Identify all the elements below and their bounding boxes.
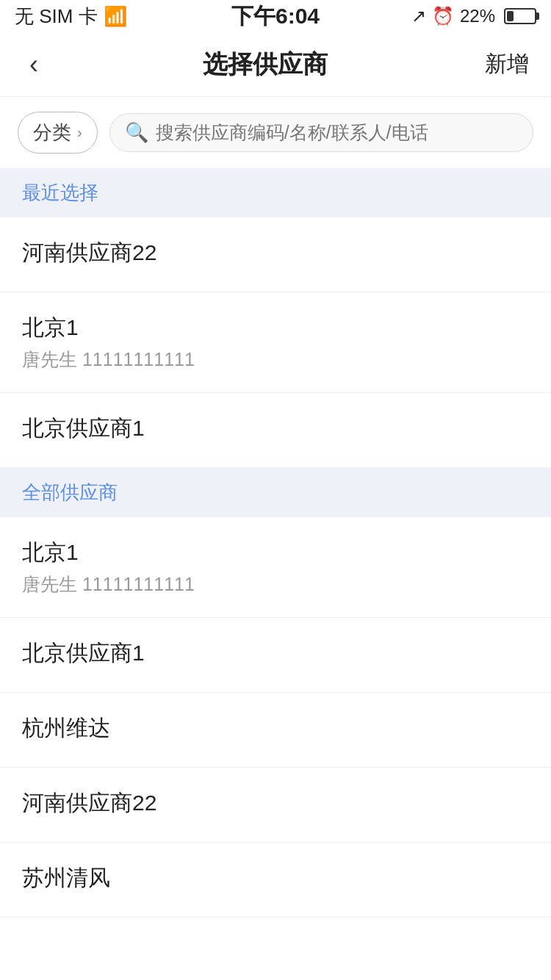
list-item[interactable]: 北京1唐先生 11111111111 (0, 517, 551, 618)
item-sub: 唐先生 11111111111 (22, 347, 529, 372)
all-list: 北京1唐先生 11111111111北京供应商1杭州维达河南供应商22苏州清风 (0, 517, 551, 918)
search-input[interactable] (156, 122, 518, 143)
filter-bar: 分类 › 🔍 (0, 97, 551, 168)
wifi-icon: 📶 (104, 5, 127, 28)
list-item[interactable]: 河南供应商22 (0, 768, 551, 843)
item-name: 北京供应商1 (22, 638, 529, 669)
recent-list: 河南供应商22北京1唐先生 11111111111北京供应商1 (0, 217, 551, 468)
list-item[interactable]: 苏州清风 (0, 843, 551, 918)
search-icon: 🔍 (125, 121, 148, 144)
item-name: 北京1 (22, 538, 529, 568)
battery-percent: 22% (460, 6, 495, 26)
category-button[interactable]: 分类 › (18, 112, 98, 154)
list-item[interactable]: 北京供应商1 (0, 618, 551, 693)
item-name: 河南供应商22 (22, 238, 529, 268)
list-item[interactable]: 北京供应商1 (0, 393, 551, 468)
all-section-header: 全部供应商 (0, 468, 551, 517)
item-name: 北京供应商1 (22, 414, 529, 444)
status-right: ↗ ⏰ 22% (411, 6, 536, 26)
chevron-icon: › (77, 124, 82, 141)
status-time: 下午6:04 (231, 1, 320, 32)
battery-icon (504, 8, 536, 24)
add-button[interactable]: 新增 (485, 49, 529, 79)
status-left: 无 SIM 卡 📶 (15, 4, 127, 29)
recent-section-label: 最近选择 (22, 181, 98, 203)
alarm-icon: ⏰ (432, 6, 454, 26)
sim-status: 无 SIM 卡 (15, 4, 98, 29)
list-item[interactable]: 河南供应商22 (0, 217, 551, 292)
recent-section-header: 最近选择 (0, 168, 551, 217)
status-bar: 无 SIM 卡 📶 下午6:04 ↗ ⏰ 22% (0, 0, 551, 32)
item-name: 苏州清风 (22, 863, 529, 893)
list-item[interactable]: 杭州维达 (0, 693, 551, 768)
back-button[interactable]: ‹ (22, 42, 46, 87)
search-box: 🔍 (109, 113, 533, 152)
category-label: 分类 (33, 120, 71, 145)
all-section-label: 全部供应商 (22, 481, 118, 503)
item-name: 河南供应商22 (22, 788, 529, 818)
item-name: 杭州维达 (22, 713, 529, 743)
item-name: 北京1 (22, 313, 529, 343)
page-title: 选择供应商 (203, 48, 328, 82)
item-sub: 唐先生 11111111111 (22, 572, 529, 597)
nav-bar: ‹ 选择供应商 新增 (0, 32, 551, 97)
list-item[interactable]: 北京1唐先生 11111111111 (0, 292, 551, 393)
location-icon: ↗ (411, 6, 426, 26)
